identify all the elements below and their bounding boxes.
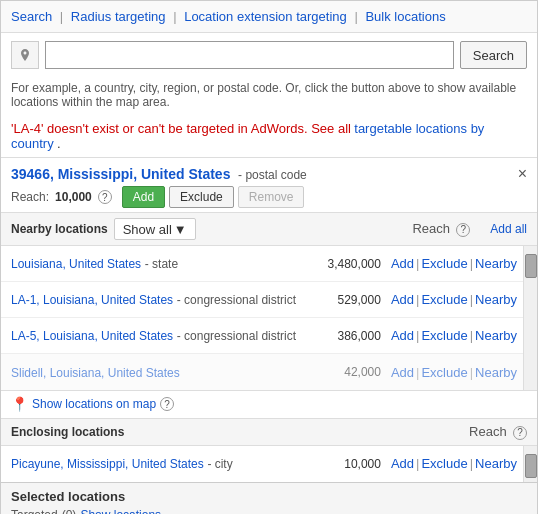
- nearby-loc-type: - congressional district: [177, 293, 296, 307]
- error-end: .: [57, 136, 61, 151]
- enc-nearby-link[interactable]: Nearby: [475, 456, 517, 471]
- enc-loc-actions: Add | Exclude | Nearby: [391, 456, 517, 471]
- selected-section: Selected locations Targeted (0) Show loc…: [1, 482, 537, 515]
- nearby-loc-actions: Add | Exclude | Nearby: [391, 292, 517, 307]
- nearby-reach-help-icon[interactable]: ?: [456, 223, 470, 237]
- nearby-rows-wrapper: Louisiana, United States - state 3,480,0…: [1, 246, 537, 390]
- pin-icon: 📍: [11, 396, 28, 412]
- main-container: Search | Radius targeting | Location ext…: [0, 0, 538, 514]
- result-name-link[interactable]: 39466, Mississippi, United States: [11, 166, 230, 182]
- nearby-nearby-link[interactable]: Nearby: [475, 292, 517, 307]
- nearby-loc-info: LA-5, Louisiana, United States - congres…: [11, 328, 311, 343]
- nearby-add-link[interactable]: Add: [391, 292, 414, 307]
- search-help-text: For example, a country, city, region, or…: [1, 77, 537, 115]
- show-all-button[interactable]: Show all ▼: [114, 218, 196, 240]
- nearby-nearby-link[interactable]: Nearby: [475, 328, 517, 343]
- nearby-loc-actions: Add | Exclude | Nearby: [391, 328, 517, 343]
- enclosing-rows-wrapper: Picayune, Mississippi, United States - c…: [1, 446, 537, 482]
- nearby-row: LA-1, Louisiana, United States - congres…: [1, 282, 537, 318]
- nearby-loc-reach: 386,000: [311, 329, 391, 343]
- enclosing-title: Enclosing locations: [11, 425, 124, 439]
- close-button[interactable]: ×: [518, 166, 527, 182]
- nearby-loc-name[interactable]: Louisiana, United States: [11, 257, 141, 271]
- nearby-add-link[interactable]: Add: [391, 256, 414, 271]
- nearby-title: Nearby locations: [11, 222, 108, 236]
- nearby-reach-header: Reach ?: [412, 221, 470, 237]
- nearby-row: Louisiana, United States - state 3,480,0…: [1, 246, 537, 282]
- nav-bulk[interactable]: Bulk locations: [365, 9, 445, 24]
- nearby-loc-info: LA-1, Louisiana, United States - congres…: [11, 292, 311, 307]
- nearby-loc-actions: Add | Exclude | Nearby: [391, 365, 517, 380]
- nearby-nearby-link[interactable]: Nearby: [475, 256, 517, 271]
- enc-row: Picayune, Mississippi, United States - c…: [1, 446, 537, 482]
- nearby-nearby-link[interactable]: Nearby: [475, 365, 517, 380]
- nearby-loc-type: - congressional district: [177, 329, 296, 343]
- selected-row: Targeted (0) Show locations: [11, 508, 527, 515]
- nearby-loc-reach: 529,000: [311, 293, 391, 307]
- enc-loc-info: Picayune, Mississippi, United States - c…: [11, 456, 311, 471]
- enc-loc-name[interactable]: Picayune, Mississippi, United States: [11, 457, 204, 471]
- nearby-loc-info: Louisiana, United States - state: [11, 256, 311, 271]
- selected-title: Selected locations: [11, 489, 527, 504]
- enc-scrollbar[interactable]: [523, 446, 537, 482]
- nav-search[interactable]: Search: [11, 9, 52, 24]
- reach-label: Reach:: [11, 190, 49, 204]
- enc-scrollbar-thumb[interactable]: [525, 454, 537, 478]
- nav-radius[interactable]: Radius targeting: [71, 9, 166, 24]
- nearby-exclude-link[interactable]: Exclude: [421, 292, 467, 307]
- nearby-add-link[interactable]: Add: [391, 328, 414, 343]
- enc-loc-type: - city: [207, 457, 232, 471]
- nearby-loc-reach: 42,000: [311, 365, 391, 379]
- nearby-scrollbar[interactable]: [523, 246, 537, 390]
- show-map-help-icon[interactable]: ?: [160, 397, 174, 411]
- show-map-link[interactable]: Show locations on map: [32, 397, 156, 411]
- targeted-count: (0): [62, 508, 77, 515]
- nearby-add-link[interactable]: Add: [391, 365, 414, 380]
- error-red-text: 'LA-4' doesn't exist or can't be targete…: [11, 121, 351, 136]
- add-button[interactable]: Add: [122, 186, 165, 208]
- map-icon: [11, 41, 39, 69]
- reach-help-icon[interactable]: ?: [98, 190, 112, 204]
- nearby-exclude-link[interactable]: Exclude: [421, 365, 467, 380]
- nearby-row: LA-5, Louisiana, United States - congres…: [1, 318, 537, 354]
- enc-loc-reach: 10,000: [311, 457, 391, 471]
- error-text: 'LA-4' doesn't exist or can't be targete…: [1, 115, 537, 157]
- result-type: - postal code: [238, 168, 307, 182]
- nearby-exclude-link[interactable]: Exclude: [421, 328, 467, 343]
- nearby-scrollbar-thumb[interactable]: [525, 254, 537, 278]
- enclosing-section-header: Enclosing locations Reach ?: [1, 419, 537, 446]
- enclosing-reach-header: Reach ?: [469, 424, 527, 440]
- enclosing-section: Enclosing locations Reach ? Picayune, Mi…: [1, 418, 537, 482]
- nearby-exclude-link[interactable]: Exclude: [421, 256, 467, 271]
- enc-exclude-link[interactable]: Exclude: [421, 456, 467, 471]
- result-header: 39466, Mississippi, United States - post…: [1, 157, 537, 212]
- search-input[interactable]: LA-4: [45, 41, 454, 69]
- nearby-loc-name[interactable]: LA-1, Louisiana, United States: [11, 293, 173, 307]
- nearby-loc-name[interactable]: Slidell, Louisiana, United States: [11, 366, 180, 380]
- nav-location-ext[interactable]: Location extension targeting: [184, 9, 347, 24]
- show-locations-link[interactable]: Show locations: [80, 508, 161, 515]
- nearby-loc-reach: 3,480,000: [311, 257, 391, 271]
- remove-button[interactable]: Remove: [238, 186, 305, 208]
- targeted-label: Targeted: [11, 508, 58, 515]
- exclude-button[interactable]: Exclude: [169, 186, 234, 208]
- reach-value: 10,000: [55, 190, 92, 204]
- enclosing-reach-help-icon[interactable]: ?: [513, 426, 527, 440]
- search-button[interactable]: Search: [460, 41, 527, 69]
- nearby-loc-actions: Add | Exclude | Nearby: [391, 256, 517, 271]
- add-all-link[interactable]: Add all: [490, 222, 527, 236]
- show-map-row: 📍 Show locations on map ?: [1, 390, 537, 418]
- top-nav: Search | Radius targeting | Location ext…: [1, 1, 537, 33]
- enc-add-link[interactable]: Add: [391, 456, 414, 471]
- nearby-loc-name[interactable]: LA-5, Louisiana, United States: [11, 329, 173, 343]
- nearby-section-header: Nearby locations Show all ▼ Reach ? Add …: [1, 213, 537, 246]
- nearby-section: Nearby locations Show all ▼ Reach ? Add …: [1, 212, 537, 390]
- nearby-loc-info: Slidell, Louisiana, United States: [11, 365, 311, 380]
- nearby-loc-type: - state: [145, 257, 178, 271]
- nearby-row: Slidell, Louisiana, United States 42,000…: [1, 354, 537, 390]
- search-bar: LA-4 Search: [1, 33, 537, 77]
